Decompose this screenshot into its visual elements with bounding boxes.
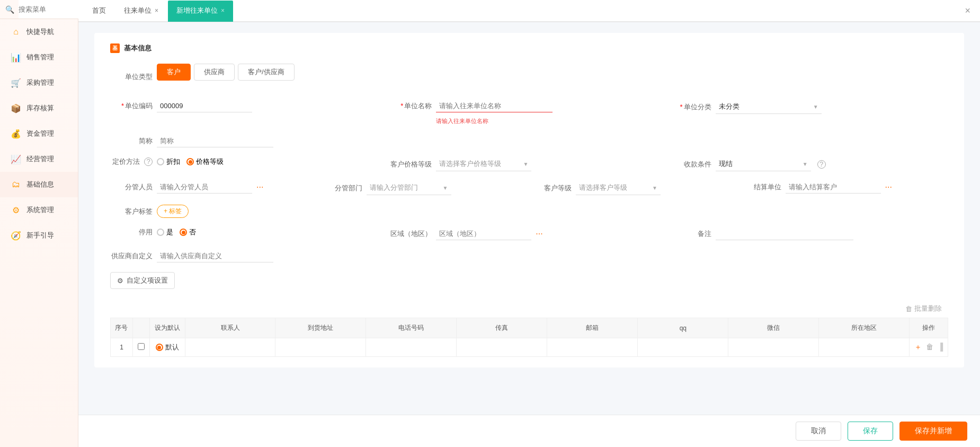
sidebar-item-basic[interactable]: 🗂 基础信息 (0, 172, 78, 197)
tab-partners[interactable]: 往来单位 × (115, 1, 167, 22)
settlement-unit-input[interactable] (786, 181, 881, 194)
customer-price-level-select[interactable]: 请选择客户价格等级 ▼ (436, 157, 531, 171)
cell-seq: 1 (111, 338, 133, 357)
payment-terms-group: 收款条件 现结 ▼ ? (669, 157, 948, 171)
pricing-radio-discount[interactable]: 折扣 (157, 157, 180, 166)
unit-name-input[interactable] (436, 100, 553, 112)
cell-wechat[interactable] (728, 338, 819, 357)
cell-email[interactable] (547, 338, 638, 357)
pricing-radio-level[interactable]: 价格等级 (186, 157, 224, 166)
sidebar-item-quick-nav[interactable]: ⌂ 快捷导航 (0, 19, 78, 45)
unit-category-value: 未分类 (719, 102, 811, 111)
cell-region[interactable] (819, 338, 910, 357)
table-row: 1 默认 (111, 338, 948, 357)
close-all-tabs-button[interactable]: × (960, 5, 975, 16)
cell-address[interactable] (275, 338, 366, 357)
region-input[interactable] (436, 227, 531, 240)
customer-level-select[interactable]: 请选择客户等级 ▼ (576, 181, 661, 195)
tab-home[interactable]: 首页 (84, 1, 114, 22)
email-input[interactable] (551, 344, 633, 351)
customer-price-level-chevron: ▼ (523, 161, 528, 167)
disabled-yes-label: 是 (166, 227, 173, 237)
unit-category-select[interactable]: 未分类 ▼ (716, 100, 822, 114)
address-input[interactable] (280, 344, 361, 351)
default-label: 默认 (165, 343, 179, 352)
tab-new-partner-close[interactable]: × (221, 7, 225, 14)
qq-input[interactable] (642, 344, 724, 351)
sidebar-item-operation[interactable]: 📈 经营管理 (0, 146, 78, 172)
gear-icon: ⚙ (117, 277, 123, 285)
cancel-button[interactable]: 取消 (796, 422, 841, 441)
batch-delete-label: 批量删除 (914, 304, 942, 313)
short-name-row: 简称 (110, 135, 948, 147)
th-fax: 传真 (457, 318, 547, 338)
region-group: 区域（地区） ··· (389, 227, 669, 240)
sidebar-item-system[interactable]: ⚙ 系统管理 (0, 197, 78, 223)
unit-type-group: 单位类型 客户 供应商 客户/供应商 (110, 64, 948, 90)
payment-terms-select[interactable]: 现结 ▼ (716, 157, 811, 171)
cell-phone[interactable] (366, 338, 457, 357)
sales-icon: 📊 (11, 52, 21, 63)
sidebar-item-guide[interactable]: 🧭 新手引导 (0, 223, 78, 248)
cell-qq[interactable] (638, 338, 728, 357)
add-row-icon[interactable]: ＋ (914, 343, 922, 352)
radio-yes-circle (157, 229, 164, 236)
contact-input[interactable] (190, 344, 271, 351)
row-checkbox[interactable] (138, 343, 145, 350)
manager-input[interactable] (157, 181, 252, 194)
disabled-radio-yes[interactable]: 是 (157, 227, 173, 237)
delete-row-icon[interactable]: 🗑 (926, 343, 933, 352)
manager-group: 分管人员 ··· (110, 181, 320, 194)
add-tag-button[interactable]: + 标签 (157, 205, 189, 218)
batch-delete-icon: 🗑 (905, 305, 912, 313)
disabled-radio-no[interactable]: 否 (180, 227, 196, 237)
section-icon: 基 (110, 43, 120, 53)
sidebar-item-sales[interactable]: 📊 销售管理 (0, 45, 78, 70)
radio-discount-circle (157, 158, 164, 165)
remark-label: 备注 (669, 229, 711, 239)
btn-customer[interactable]: 客户 (157, 64, 191, 81)
sidebar-item-purchase[interactable]: 🛒 采购管理 (0, 70, 78, 95)
region-cell-input[interactable] (823, 344, 905, 351)
manager-more-btn[interactable]: ··· (256, 182, 263, 192)
settlement-unit-more-btn[interactable]: ··· (885, 182, 892, 192)
sidebar-label-operation: 经营管理 (26, 154, 54, 164)
remark-input[interactable] (716, 227, 853, 240)
tab-new-partner[interactable]: 新增往来单位 × (168, 1, 233, 22)
btn-customer-supplier[interactable]: 客户/供应商 (238, 64, 295, 81)
settlement-unit-label: 结算单位 (739, 182, 781, 192)
cell-fax[interactable] (457, 338, 547, 357)
cell-checkbox[interactable] (132, 338, 149, 357)
customer-price-level-group: 客户价格等级 请选择客户价格等级 ▼ (389, 157, 669, 171)
unit-code-input[interactable] (157, 100, 252, 112)
save-new-button[interactable]: 保存并新增 (899, 422, 967, 441)
sidebar-item-inventory[interactable]: 📦 库存核算 (0, 95, 78, 121)
phone-input[interactable] (370, 344, 452, 351)
fax-input[interactable] (461, 344, 542, 351)
department-select[interactable]: 请输入分管部门 ▼ (367, 181, 451, 195)
default-radio[interactable]: 默认 (154, 343, 181, 352)
department-group: 分管部门 请输入分管部门 ▼ (320, 181, 530, 195)
sidebar-label-purchase: 采购管理 (26, 78, 54, 87)
search-bar[interactable]: 🔍 (0, 0, 78, 19)
short-name-input[interactable] (157, 135, 273, 147)
region-more-btn[interactable]: ··· (536, 229, 542, 239)
custom-settings-button[interactable]: ⚙ 自定义项设置 (110, 272, 175, 289)
custom-settings-label: 自定义项设置 (127, 276, 168, 285)
save-button[interactable]: 保存 (848, 422, 893, 441)
supplier-custom-input[interactable] (157, 250, 273, 262)
customer-level-label: 客户等级 (529, 183, 572, 193)
th-contact: 联系人 (185, 318, 275, 338)
tab-new-partner-label: 新增往来单位 (176, 6, 218, 15)
tab-partners-close[interactable]: × (155, 7, 158, 14)
payment-terms-label: 收款条件 (669, 160, 711, 169)
pricing-help-icon[interactable]: ? (144, 157, 153, 166)
cell-contact[interactable] (185, 338, 275, 357)
btn-supplier[interactable]: 供应商 (194, 64, 235, 81)
disabled-label: 停用 (110, 227, 153, 237)
basic-icon: 🗂 (11, 179, 21, 190)
sidebar-item-finance[interactable]: 💰 资金管理 (0, 121, 78, 146)
wechat-input[interactable] (733, 344, 814, 351)
batch-delete-button[interactable]: 🗑 批量删除 (905, 304, 942, 313)
payment-terms-help-icon[interactable]: ? (817, 160, 826, 169)
